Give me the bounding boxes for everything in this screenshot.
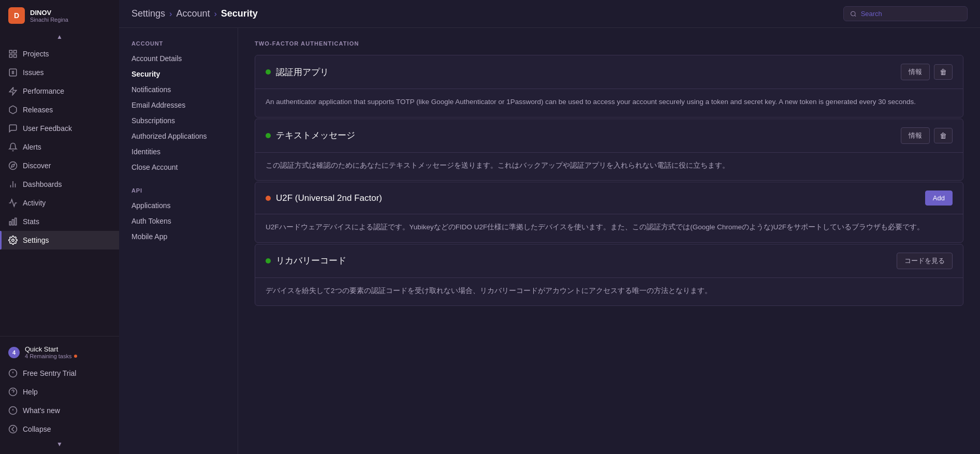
sidebar-item-help[interactable]: Help <box>0 383 119 401</box>
section-title: TWO-FACTOR AUTHENTICATION <box>255 40 963 47</box>
sidebar: D DINOV Sinachi Regina ▲ Projects Issues… <box>0 0 119 454</box>
org-subtitle: Sinachi Regina <box>30 17 68 23</box>
sidebar-item-whats-new[interactable]: What's new <box>0 401 119 420</box>
breadcrumb: Settings › Account › Security <box>131 8 258 19</box>
nav-identities[interactable]: Identities <box>127 144 229 159</box>
sidebar-item-label: Issues <box>23 68 43 77</box>
sidebar-item-stats[interactable]: Stats <box>0 212 119 231</box>
nav-authorized-applications[interactable]: Authorized Applications <box>127 128 229 144</box>
sms-card-body: この認証方式は確認のためにあなたにテキストメッセージを送ります。これはバックアッ… <box>255 153 963 181</box>
recovery-view-codes-button[interactable]: コードを見る <box>897 253 953 269</box>
org-info: DINOV Sinachi Regina <box>30 9 68 23</box>
sidebar-item-collapse[interactable]: Collapse <box>0 420 119 438</box>
quick-start-item[interactable]: 4 Quick Start 4 Remaining tasks <box>0 341 119 364</box>
u2f-card-header: U2F (Universal 2nd Factor) Add <box>255 182 963 214</box>
totp-title: 認証用アプリ <box>276 66 329 78</box>
free-trial-label: Free Sentry Trial <box>23 369 76 377</box>
help-label: Help <box>23 388 38 396</box>
svg-rect-3 <box>14 55 17 57</box>
sms-delete-button[interactable]: 🗑 <box>934 128 953 143</box>
sidebar-item-user-feedback[interactable]: User Feedback <box>0 119 119 138</box>
sms-title-row: テキストメッセージ <box>266 129 355 141</box>
sidebar-item-performance[interactable]: Performance <box>0 82 119 100</box>
search-input[interactable] <box>861 10 961 18</box>
nav-notifications[interactable]: Notifications <box>127 82 229 97</box>
recovery-title: リカバリーコード <box>276 255 346 267</box>
account-group: ACCOUNT Account Details Security Notific… <box>127 40 229 175</box>
totp-info-button[interactable]: 情報 <box>901 64 930 80</box>
sms-card: テキストメッセージ 情報 🗑 この認証方式は確認のためにあなたにテキストメッセー… <box>255 119 963 181</box>
api-section-label: API <box>127 187 229 194</box>
search-box[interactable] <box>843 6 968 21</box>
svg-rect-2 <box>9 55 12 57</box>
svg-line-27 <box>855 15 856 16</box>
nav-account-details[interactable]: Account Details <box>127 51 229 66</box>
collapse-icon <box>8 424 18 434</box>
nav-security[interactable]: Security <box>127 66 229 82</box>
stats-icon <box>8 217 18 226</box>
whats-new-icon <box>8 406 18 415</box>
sidebar-item-label: Alerts <box>23 143 41 151</box>
collapse-label: Collapse <box>23 425 51 433</box>
settings-nav: ACCOUNT Account Details Security Notific… <box>119 28 238 454</box>
bar-chart-icon <box>8 180 18 189</box>
u2f-title-row: U2F (Universal 2nd Factor) <box>266 193 382 203</box>
recovery-card: リカバリーコード コードを見る デバイスを紛失して2つの要素の認証コードを受け取… <box>255 244 963 306</box>
nav-auth-tokens[interactable]: Auth Tokens <box>127 213 229 229</box>
sidebar-item-label: Activity <box>23 199 46 207</box>
scroll-up-button[interactable]: ▲ <box>0 31 119 42</box>
quick-start-badge: 4 <box>8 347 20 358</box>
recovery-actions: コードを見る <box>897 253 953 269</box>
u2f-status-dot <box>266 196 271 201</box>
sidebar-item-issues[interactable]: Issues <box>0 63 119 82</box>
main-area: Settings › Account › Security ACCOUNT Ac… <box>119 0 980 454</box>
list-icon <box>8 68 18 77</box>
topbar: Settings › Account › Security <box>119 0 980 28</box>
svg-marker-9 <box>11 164 14 167</box>
breadcrumb-current: Security <box>221 8 258 19</box>
nav-mobile-app[interactable]: Mobile App <box>127 229 229 244</box>
u2f-actions: Add <box>925 191 953 206</box>
sidebar-item-projects[interactable]: Projects <box>0 45 119 63</box>
account-section-label: ACCOUNT <box>127 40 229 47</box>
api-group: API Applications Auth Tokens Mobile App <box>127 187 229 244</box>
svg-rect-0 <box>9 50 12 53</box>
sidebar-item-label: Dashboards <box>23 180 62 188</box>
org-name: DINOV <box>30 9 68 17</box>
scroll-down-button[interactable]: ▼ <box>0 438 119 450</box>
u2f-add-button[interactable]: Add <box>925 191 953 206</box>
activity-icon <box>8 198 18 208</box>
nav-email-addresses[interactable]: Email Addresses <box>127 97 229 113</box>
recovery-card-header: リカバリーコード コードを見る <box>255 244 963 278</box>
main-nav: Projects Issues Performance Releases Use… <box>0 42 119 336</box>
sidebar-item-discover[interactable]: Discover <box>0 156 119 175</box>
sidebar-item-releases[interactable]: Releases <box>0 100 119 119</box>
sidebar-item-activity[interactable]: Activity <box>0 194 119 212</box>
sidebar-item-settings[interactable]: Settings <box>0 231 119 250</box>
help-icon <box>8 387 18 397</box>
sidebar-item-label: Stats <box>23 217 39 226</box>
sidebar-item-label: Settings <box>23 236 49 244</box>
sidebar-item-label: Discover <box>23 162 51 170</box>
sidebar-item-label: Releases <box>23 106 53 114</box>
message-icon <box>8 124 18 133</box>
sms-info-button[interactable]: 情報 <box>901 127 930 144</box>
sidebar-item-free-trial[interactable]: Free Sentry Trial <box>0 364 119 383</box>
u2f-title: U2F (Universal 2nd Factor) <box>276 193 382 203</box>
quick-start-title: Quick Start <box>25 345 77 353</box>
sms-status-dot <box>266 133 271 138</box>
totp-delete-button[interactable]: 🗑 <box>934 64 953 80</box>
recovery-status-dot <box>266 258 271 263</box>
nav-subscriptions[interactable]: Subscriptions <box>127 113 229 128</box>
nav-applications[interactable]: Applications <box>127 198 229 213</box>
nav-close-account[interactable]: Close Account <box>127 159 229 175</box>
sidebar-item-alerts[interactable]: Alerts <box>0 138 119 156</box>
lightning-icon <box>8 86 18 96</box>
sidebar-item-dashboards[interactable]: Dashboards <box>0 175 119 194</box>
sms-card-header: テキストメッセージ 情報 🗑 <box>255 119 963 153</box>
breadcrumb-account[interactable]: Account <box>176 8 210 19</box>
gear-icon <box>8 236 18 245</box>
breadcrumb-settings[interactable]: Settings <box>131 8 165 19</box>
recovery-card-body: デバイスを紛失して2つの要素の認証コードを受け取れない場合、リカバリーコードがア… <box>255 278 963 306</box>
trial-icon <box>8 369 18 378</box>
